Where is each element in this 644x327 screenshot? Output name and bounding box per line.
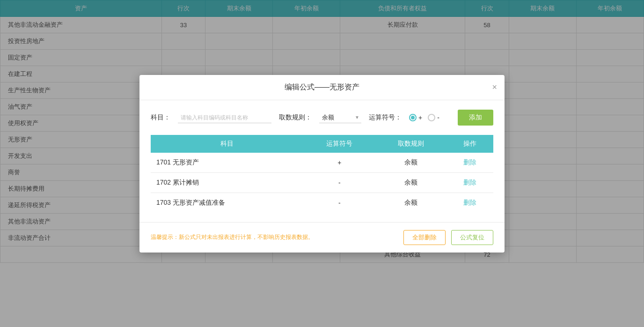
row-operator: +: [304, 153, 375, 173]
row-operator: -: [304, 193, 375, 213]
table-header-row: 科目 运算符号 取数规则 操作: [151, 135, 493, 153]
row-action: 删除: [447, 172, 493, 193]
add-button[interactable]: 添加: [458, 110, 493, 126]
row-rule: 余额: [375, 153, 447, 173]
modal-title: 编辑公式——无形资产: [285, 83, 359, 91]
row-action: 删除: [447, 153, 493, 173]
th-operator: 运算符号: [304, 135, 375, 153]
delete-link[interactable]: 删除: [463, 178, 476, 186]
form-row: 科目： 取数规则： 余额 借方发生额 贷方发生额 期初余额 ▼ 运算符号：: [151, 110, 493, 126]
modal-body: 科目： 取数规则： 余额 借方发生额 贷方发生额 期初余额 ▼ 运算符号：: [139, 100, 505, 222]
modal-dialog: 编辑公式——无形资产 × 科目： 取数规则： 余额 借方发生额 贷方发生额 期初…: [139, 75, 505, 253]
formula-table-row: 1701 无形资产 + 余额 删除: [151, 153, 493, 173]
rule-select-wrapper: 余额 借方发生额 贷方发生额 期初余额 ▼: [319, 112, 361, 123]
modal-header: 编辑公式——无形资产 ×: [139, 75, 505, 100]
row-rule: 余额: [375, 193, 447, 213]
row-action: 删除: [447, 193, 493, 213]
delete-link[interactable]: 删除: [463, 158, 476, 166]
row-rule: 余额: [375, 172, 447, 193]
formula-table-row: 1702 累计摊销 - 余额 删除: [151, 172, 493, 193]
footer-buttons: 全部删除 公式复位: [403, 230, 493, 245]
rule-select[interactable]: 余额 借方发生额 贷方发生额 期初余额: [319, 112, 361, 123]
row-subject: 1701 无形资产: [151, 153, 304, 173]
modal-footer: 温馨提示：新公式只对未出报表进行计算，不影响历史报表数据。 全部删除 公式复位: [139, 222, 505, 253]
radio-unchecked-icon: [428, 114, 435, 121]
operator-plus-label: +: [418, 114, 422, 121]
row-operator: -: [304, 172, 375, 193]
radio-checked-icon: [409, 114, 417, 121]
modal-overlay: 编辑公式——无形资产 × 科目： 取数规则： 余额 借方发生额 贷方发生额 期初…: [0, 0, 644, 327]
delete-link[interactable]: 删除: [463, 199, 476, 206]
formula-table: 科目 运算符号 取数规则 操作 1701 无形资产 + 余额 删除 1702 累…: [151, 135, 493, 213]
hint-text: 温馨提示：新公式只对未出报表进行计算，不影响历史报表数据。: [151, 233, 314, 241]
formula-table-row: 1703 无形资产减值准备 - 余额 删除: [151, 193, 493, 213]
row-subject: 1702 累计摊销: [151, 172, 304, 193]
delete-all-button[interactable]: 全部删除: [403, 230, 446, 245]
operator-label: 运算符号：: [369, 113, 402, 122]
th-action: 操作: [447, 135, 493, 153]
operator-plus-radio[interactable]: +: [409, 114, 422, 121]
row-subject: 1703 无形资产减值准备: [151, 193, 304, 213]
operator-radio-group: + -: [409, 114, 439, 121]
modal-close-button[interactable]: ×: [492, 83, 497, 91]
operator-minus-radio[interactable]: -: [428, 114, 439, 121]
reset-button[interactable]: 公式复位: [451, 230, 493, 245]
th-rule: 取数规则: [375, 135, 447, 153]
operator-minus-label: -: [437, 114, 439, 121]
th-subject: 科目: [151, 135, 304, 153]
subject-input[interactable]: [178, 112, 271, 123]
rule-label: 取数规则：: [279, 113, 312, 122]
subject-label: 科目：: [151, 113, 170, 122]
